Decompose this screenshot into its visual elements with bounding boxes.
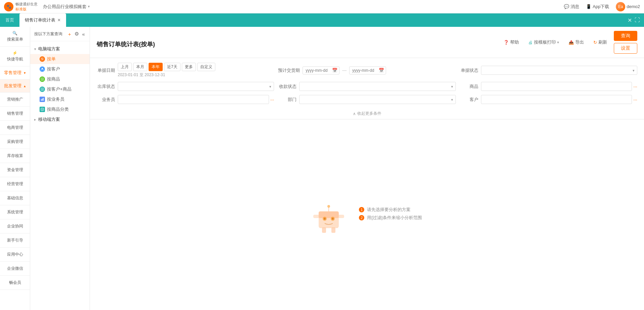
expected-date-start-input[interactable]: [303, 66, 339, 74]
scheme-child-by-order[interactable]: 按 按单: [30, 54, 90, 64]
export-icon: 📤: [569, 40, 574, 45]
refresh-icon: ↻: [593, 40, 597, 45]
svg-rect-22: [338, 215, 344, 218]
filter-row-2: 出库状态 收款状态: [97, 82, 637, 91]
app-title[interactable]: 办公用品行业模拟账套 ▾: [43, 4, 564, 10]
sidebar-item-member[interactable]: 畅会员: [0, 276, 30, 290]
date-label: 单据日期: [97, 67, 115, 73]
tab-sales-stats[interactable]: 销售订单统计表 ✕: [19, 13, 66, 27]
filter-cell-date: 单据日期 上月 本月 本年 近7天 更多 自定义 2023-01-01 至 20…: [97, 63, 274, 78]
message-btn[interactable]: 💬 消息: [564, 4, 579, 10]
empty-step-2: 2 用[过滤]条件来缩小分析范围: [359, 215, 422, 221]
scheme-icon-order: 按: [40, 56, 45, 62]
customer-more-btn[interactable]: ···: [633, 97, 637, 102]
tab-expand-btn[interactable]: ⛶: [635, 17, 640, 23]
svg-rect-7: [41, 99, 42, 101]
scheme-settings-btn[interactable]: ⚙: [74, 30, 79, 38]
setting-button[interactable]: 设置: [614, 43, 637, 54]
logo-icon: 🐾: [4, 2, 13, 11]
delivery-select[interactable]: [118, 82, 274, 91]
sidebar-item-inventory[interactable]: 库存核算: [0, 149, 30, 163]
sidebar-item-operation[interactable]: 经营管理: [0, 177, 30, 191]
date-btn-last-month[interactable]: 上月: [118, 63, 132, 71]
scheme-collapse-btn[interactable]: «: [82, 31, 86, 38]
sidebar-item-sales[interactable]: 销售管理: [0, 107, 30, 121]
sidebar-item-wholesale[interactable]: 批发管理 ▴: [0, 80, 30, 93]
sidebar-item-tutorial[interactable]: 新手引导: [0, 234, 30, 248]
sidebar-item-ecommerce[interactable]: 电商管理: [0, 121, 30, 135]
sidebar-item-retail[interactable]: 零售管理 ▾: [0, 66, 30, 80]
department-select[interactable]: [299, 95, 455, 104]
customer-input[interactable]: [481, 95, 632, 104]
salesperson-more-btn[interactable]: ···: [270, 97, 274, 102]
scheme-group-mobile[interactable]: ▸ 移动端方案: [30, 114, 90, 124]
tab-close-window-btn[interactable]: ✕: [628, 17, 632, 23]
sidebar-item-finance[interactable]: 资金管理: [0, 163, 30, 177]
filter-cell-customer: 客户 ···: [460, 95, 637, 104]
svg-rect-8: [42, 99, 43, 101]
user-menu[interactable]: Ea demo2: [616, 2, 640, 11]
sidebar-item-apps[interactable]: 应用中心: [0, 248, 30, 262]
svg-rect-14: [319, 211, 339, 218]
date-btn-custom[interactable]: 自定义: [197, 63, 215, 71]
refresh-btn[interactable]: ↻ 刷新: [591, 38, 610, 47]
print-btn[interactable]: 🖨 按模板打印 ▾: [526, 38, 562, 47]
page-title-bar: 销售订单统计表(按单) ❓ 帮助 🖨 按模板打印 ▾ 📤 导出: [90, 27, 644, 58]
sidebar-item-marketing[interactable]: 营销推广: [0, 93, 30, 107]
scheme-panel-header: 按以下方案查询 + ⚙ «: [30, 27, 90, 41]
goods-input[interactable]: [481, 82, 632, 91]
filter-cell-salesperson: 业务员 ···: [97, 95, 274, 104]
sidebar-quick-nav[interactable]: ⚡ 快捷导航: [0, 47, 30, 66]
app-download-btn[interactable]: 📱 App下载: [586, 4, 609, 10]
scheme-icon-salesperson: [40, 97, 45, 102]
scheme-child-by-category[interactable]: 按商品分类: [30, 104, 90, 114]
scheme-group-desktop[interactable]: ▾ 电脑端方案: [30, 44, 90, 54]
nav-icon: ⚡: [12, 51, 17, 55]
goods-input-wrap: ···: [481, 82, 637, 91]
scheme-icon-category: [40, 107, 45, 112]
scheme-add-btn[interactable]: +: [67, 31, 72, 38]
goods-more-btn[interactable]: ···: [633, 84, 637, 89]
date-btn-this-year[interactable]: 本年: [149, 63, 163, 71]
department-select-wrap: [299, 95, 455, 104]
salesperson-input-wrap: ···: [118, 95, 274, 104]
delivery-label: 出库状态: [97, 84, 115, 90]
expected-date-end-input[interactable]: [349, 66, 386, 74]
query-button[interactable]: 查询: [614, 31, 637, 41]
scheme-child-by-customer[interactable]: 按客户: [30, 64, 90, 74]
filter-row-1: 单据日期 上月 本月 本年 近7天 更多 自定义 2023-01-01 至 20…: [97, 63, 637, 78]
scheme-child-by-salesperson[interactable]: 按业务员: [30, 94, 90, 104]
tab-home[interactable]: 首页: [0, 13, 19, 27]
filter-container: 单据日期 上月 本月 本年 近7天 更多 自定义 2023-01-01 至 20…: [90, 58, 644, 108]
collapse-bar[interactable]: ∧ 收起更多条件: [90, 108, 644, 119]
top-actions: 💬 消息 📱 App下载 Ea demo2: [564, 2, 640, 11]
sidebar-item-wechat[interactable]: 企业微信: [0, 262, 30, 276]
date-btn-this-month[interactable]: 本月: [133, 63, 147, 71]
department-label: 部门: [278, 97, 297, 103]
sidebar-item-system[interactable]: 系统管理: [0, 205, 30, 219]
export-btn[interactable]: 📤 导出: [566, 38, 587, 47]
payment-select[interactable]: [299, 82, 455, 91]
scheme-child-by-customer-goods[interactable]: 按客户+商品: [30, 84, 90, 94]
sidebar-search[interactable]: 🔍 搜索菜单: [0, 27, 30, 47]
filter-cell-delivery: 出库状态: [97, 82, 274, 91]
date-btn-7days[interactable]: 近7天: [164, 63, 180, 71]
search-icon: 🔍: [12, 31, 17, 36]
date-btn-more[interactable]: 更多: [182, 63, 196, 71]
avatar: Ea: [616, 2, 625, 11]
status-select[interactable]: [481, 66, 637, 75]
scheme-tree: ▾ 电脑端方案 按 按单 按客户: [30, 41, 90, 310]
main-content: 销售订单统计表(按单) ❓ 帮助 🖨 按模板打印 ▾ 📤 导出: [90, 27, 644, 310]
help-btn[interactable]: ❓ 帮助: [501, 38, 522, 47]
filter-cell-status: 单据状态: [460, 66, 637, 75]
scheme-child-by-goods[interactable]: 按商品: [30, 74, 90, 84]
sidebar-item-basic-info[interactable]: 基础信息: [0, 191, 30, 205]
date-range-text: 2023-01-01 至 2023-12-31: [118, 72, 274, 78]
sidebar-item-purchase[interactable]: 采购管理: [0, 135, 30, 149]
sidebar: 🔍 搜索菜单 ⚡ 快捷导航 零售管理 ▾ 批发管理 ▴ 营销推广 销售管理 电商…: [0, 27, 30, 310]
empty-icon: [312, 198, 345, 231]
salesperson-input[interactable]: [118, 95, 269, 104]
scheme-icon-goods: [40, 76, 45, 82]
sidebar-item-collab[interactable]: 企业协同: [0, 219, 30, 234]
tab-close-btn[interactable]: ✕: [57, 18, 61, 22]
